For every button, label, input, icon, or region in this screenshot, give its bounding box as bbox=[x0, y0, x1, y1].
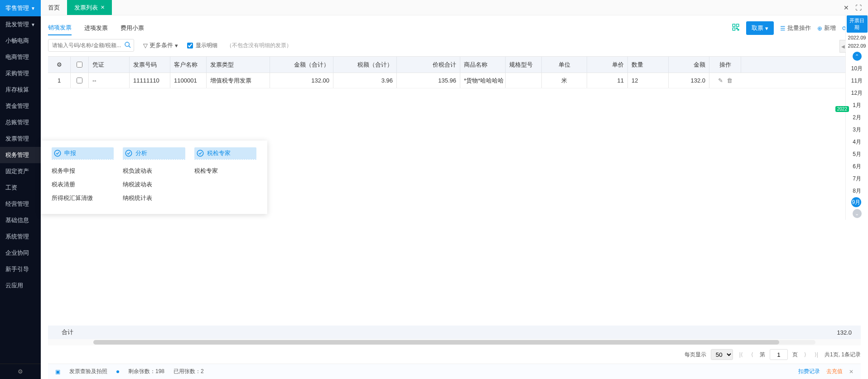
next-page[interactable]: ⟩ bbox=[802, 351, 808, 358]
page-input[interactable] bbox=[770, 349, 788, 360]
search-input[interactable] bbox=[48, 39, 134, 52]
last-page[interactable]: ⟩| bbox=[813, 351, 820, 358]
sidebar-item[interactable]: 税务管理 bbox=[0, 147, 41, 163]
tab-home[interactable]: 首页 bbox=[41, 0, 67, 15]
close-icon[interactable]: ✕ bbox=[101, 5, 105, 10]
flyout-item[interactable]: 纳税统计表 bbox=[123, 191, 185, 205]
col-invno[interactable]: 发票号码 bbox=[130, 57, 170, 73]
sidebar-item[interactable]: 云应用 bbox=[0, 277, 41, 294]
search-icon[interactable] bbox=[124, 41, 131, 50]
subtab-expense-receipt[interactable]: 费用小票 bbox=[121, 21, 144, 35]
col-total[interactable]: 价税合计 bbox=[397, 57, 460, 73]
sidebar-item[interactable]: 固定资产 bbox=[0, 163, 41, 180]
sidebar-item[interactable]: 新手引导 bbox=[0, 261, 41, 277]
sidebar-item[interactable]: 采购管理 bbox=[0, 65, 41, 82]
show-detail-checkbox[interactable]: 显示明细 bbox=[187, 42, 217, 49]
horizontal-scrollbar[interactable] bbox=[48, 339, 861, 345]
month-item[interactable]: 7月 bbox=[851, 173, 863, 185]
close-icon[interactable]: ✕ bbox=[849, 369, 854, 375]
month-item[interactable]: 4月 bbox=[851, 136, 863, 148]
sidebar-item[interactable]: 批发管理▼ bbox=[0, 16, 41, 33]
sidebar-item[interactable]: 工资 bbox=[0, 180, 41, 196]
subtab-sales-invoice[interactable]: 销项发票 bbox=[48, 21, 72, 35]
flyout-item[interactable]: 纳税波动表 bbox=[123, 178, 185, 191]
subtab-purchase-invoice[interactable]: 进项发票 bbox=[84, 21, 108, 35]
fetch-button[interactable]: 取票 ▾ bbox=[746, 21, 774, 35]
scrollbar-thumb[interactable] bbox=[93, 340, 779, 345]
col-voucher[interactable]: 凭证 bbox=[89, 57, 130, 73]
month-item[interactable]: 8月 bbox=[851, 185, 863, 197]
sidebar-item[interactable]: 电商管理 bbox=[0, 49, 41, 65]
date-year-to[interactable]: 2022.09 bbox=[848, 42, 866, 50]
expand-icon[interactable]: ◀ bbox=[839, 40, 846, 53]
select-all-checkbox[interactable] bbox=[77, 62, 82, 68]
chevron-down-icon: ▼ bbox=[31, 6, 35, 11]
month-item[interactable]: 1月 bbox=[851, 99, 863, 112]
pager-summary: 共1页, 1条记录 bbox=[825, 351, 861, 359]
recharge-link[interactable]: 去充值 bbox=[826, 368, 843, 375]
sidebar-item-label: 基础信息 bbox=[5, 216, 29, 224]
col-unit[interactable]: 单位 bbox=[542, 57, 587, 73]
perpage-select[interactable]: 50 bbox=[711, 349, 733, 360]
sidebar-item[interactable]: 经营管理 bbox=[0, 196, 41, 212]
list-icon: ☰ bbox=[780, 25, 786, 32]
col-qty[interactable]: 数量 bbox=[628, 57, 669, 73]
sidebar-settings[interactable] bbox=[0, 364, 41, 379]
col-amount[interactable]: 金额（合计） bbox=[270, 57, 333, 73]
flyout-item[interactable]: 所得税汇算清缴 bbox=[52, 191, 114, 205]
first-page[interactable]: |⟨ bbox=[738, 351, 745, 358]
sidebar-item[interactable]: 资金管理 bbox=[0, 98, 41, 114]
table-header: 凭证 发票号码 客户名称 发票类型 金额（合计） 税额（合计） 价税合计 商品名… bbox=[48, 57, 861, 73]
month-item[interactable]: 5月 bbox=[851, 148, 863, 160]
checkbox-input[interactable] bbox=[187, 43, 193, 49]
fullscreen-icon[interactable]: ⛶ bbox=[855, 4, 862, 11]
date-year-from[interactable]: 2022.09 bbox=[848, 34, 866, 42]
sidebar-item[interactable]: 基础信息 bbox=[0, 212, 41, 228]
col-product[interactable]: 商品名称 bbox=[460, 57, 506, 73]
row-checkbox[interactable] bbox=[71, 73, 89, 88]
info-dot-icon[interactable] bbox=[116, 370, 119, 373]
col-spec[interactable]: 规格型号 bbox=[506, 57, 542, 73]
sidebar-item[interactable]: 零售管理▼ bbox=[0, 0, 41, 16]
month-item[interactable]: 9月 bbox=[851, 197, 861, 207]
plus-icon: ⊕ bbox=[817, 25, 822, 32]
batch-action[interactable]: ☰批量操作 bbox=[780, 24, 811, 32]
gear-column[interactable] bbox=[48, 57, 71, 73]
deduction-record-link[interactable]: 扣费记录 bbox=[798, 368, 820, 375]
col-tax[interactable]: 税额（合计） bbox=[333, 57, 397, 73]
month-item[interactable]: 6月 bbox=[851, 160, 863, 173]
scroll-down-icon[interactable]: ⌄ bbox=[853, 209, 862, 218]
edit-icon[interactable]: ✎ bbox=[718, 77, 723, 84]
sidebar-item[interactable]: 发票管理 bbox=[0, 131, 41, 147]
tab-invoice-list[interactable]: 发票列表 ✕ bbox=[67, 0, 112, 15]
sidebar-item[interactable]: 企业协同 bbox=[0, 245, 41, 261]
month-item[interactable]: 3月 bbox=[851, 124, 863, 136]
month-item[interactable]: 12月 bbox=[851, 87, 863, 99]
col-customer[interactable]: 客户名称 bbox=[170, 57, 207, 73]
col-price[interactable]: 单价 bbox=[587, 57, 628, 73]
sidebar-item[interactable]: 系统管理 bbox=[0, 228, 41, 245]
sidebar-item[interactable]: 小畅电商 bbox=[0, 33, 41, 49]
add-action[interactable]: ⊕新增 bbox=[817, 24, 836, 32]
prev-page[interactable]: ⟨ bbox=[749, 351, 755, 358]
flyout-item[interactable]: 税务申报 bbox=[52, 164, 114, 178]
more-conditions[interactable]: ▽ 更多条件 ▾ bbox=[143, 41, 178, 49]
month-item[interactable]: 11月 bbox=[851, 75, 863, 87]
row-voucher: -- bbox=[89, 73, 130, 88]
flyout-item[interactable]: 税表清册 bbox=[52, 178, 114, 191]
tab-label: 发票列表 bbox=[74, 4, 98, 12]
delete-icon[interactable]: 🗑 bbox=[727, 77, 733, 84]
month-item[interactable]: 10月 bbox=[851, 63, 863, 75]
month-item[interactable]: 2月 bbox=[851, 112, 863, 124]
flyout-item[interactable]: 税检专家 bbox=[194, 164, 256, 178]
scroll-up-icon[interactable]: ⌃ bbox=[853, 52, 862, 61]
close-icon[interactable]: ✕ bbox=[844, 4, 849, 11]
checkbox-column[interactable] bbox=[71, 57, 89, 73]
col-amt2[interactable]: 金额 bbox=[669, 57, 709, 73]
table-row[interactable]: 1--111111101100001增值税专用发票132.003.96135.9… bbox=[48, 73, 861, 88]
col-type[interactable]: 发票类型 bbox=[207, 57, 270, 73]
sidebar-item[interactable]: 库存核算 bbox=[0, 82, 41, 98]
qrcode-icon[interactable] bbox=[732, 23, 740, 34]
flyout-item[interactable]: 税负波动表 bbox=[123, 164, 185, 178]
sidebar-item[interactable]: 总账管理 bbox=[0, 114, 41, 131]
